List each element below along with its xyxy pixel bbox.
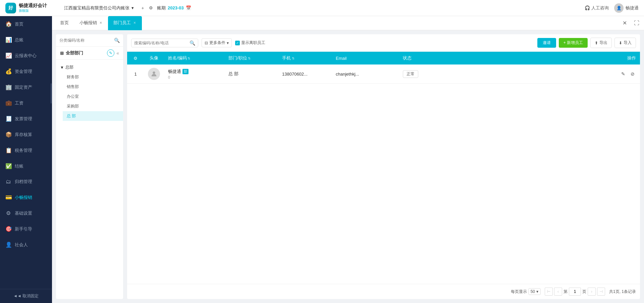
dept-item-finance[interactable]: 财务部 <box>63 72 123 82</box>
page-number-input[interactable] <box>569 288 581 296</box>
add-company-btn[interactable]: ＋ <box>141 5 145 11</box>
consult-btn[interactable]: 🎧 人工咨询 <box>585 5 609 11</box>
dept-search-icon[interactable]: 🔍 <box>114 38 120 43</box>
sidebar-item-reports[interactable]: 📈 云报表中心 <box>0 48 52 63</box>
page-size-chevron-icon: ▾ <box>536 289 538 294</box>
salary-icon: 💼 <box>5 100 11 106</box>
pagination-bar: 每页显示 50 ▾ ⊢ ‹ 第 页 › ⊣ <box>127 284 640 299</box>
show-resigned-checkbox[interactable]: ✓ <box>235 41 240 45</box>
edit-employee-btn[interactable]: ✎ <box>620 71 627 77</box>
svg-point-0 <box>153 72 155 74</box>
page-content: 🔍 ⊞ 全部部门 ✎ « ▼ 总部 <box>52 30 644 303</box>
top-bar-actions: 🎧 人工咨询 👤 畅捷通 <box>585 3 639 13</box>
cancel-fixed-label: ◄◄ 取消固定 <box>13 293 39 299</box>
th-name[interactable]: 姓名/编码 <box>164 52 224 64</box>
sidebar-item-social[interactable]: 👤 社会人 <box>0 237 52 253</box>
dept-item-purchase[interactable]: 采购部 <box>63 101 123 111</box>
sidebar-item-zhangzhang[interactable]: 📊 总账 <box>0 32 52 48</box>
employee-name: 畅捷通 <box>168 69 181 75</box>
archive-icon: 🗂 <box>5 179 11 185</box>
import-icon: ⬇ <box>619 41 622 45</box>
page-next-btn[interactable]: › <box>588 288 596 296</box>
user-area[interactable]: 👤 畅捷通 <box>614 3 639 13</box>
settings-btn[interactable]: ⚙ <box>149 5 153 10</box>
dept-item-sales[interactable]: 销售部 <box>63 82 123 92</box>
show-resigned-label[interactable]: ✓ 显示离职员工 <box>235 40 265 46</box>
employee-avatar <box>148 68 160 80</box>
tab-home[interactable]: 首页 <box>55 16 74 30</box>
tab-dept-emp-close[interactable]: × <box>133 20 137 26</box>
home-icon: 🏠 <box>5 21 11 27</box>
period-label: 账期 <box>157 5 166 11</box>
dept-item-general[interactable]: 总 部 <box>63 111 123 121</box>
dept-collapse-btn[interactable]: « <box>116 50 119 56</box>
company-dropdown-icon: ▾ <box>131 5 134 10</box>
dept-tree-parent-zongbu[interactable]: ▼ 总部 <box>56 62 123 72</box>
sidebar-item-guide[interactable]: 🎯 新手引导 <box>0 221 52 237</box>
th-gear[interactable]: ⚙ <box>127 52 144 64</box>
sidebar-item-inventory[interactable]: 📦 库存核算 <box>0 127 52 142</box>
th-avatar: 头像 <box>144 52 164 64</box>
page-prev-btn[interactable]: ‹ <box>554 288 562 296</box>
import-btn[interactable]: ⬇ 导入 <box>614 38 636 48</box>
th-email: Email <box>332 52 399 64</box>
sidebar-item-invoice[interactable]: 🧾 发票管理 <box>0 111 52 127</box>
company-name: 江西服宝精品有限责任公司内账张 <box>64 5 129 11</box>
th-dept[interactable]: 部门/职位 <box>224 52 278 64</box>
sidebar-item-settings[interactable]: ⚙ 基础设置 <box>0 205 52 221</box>
sidebar-label-salary: 工资 <box>15 100 23 106</box>
page-first-btn[interactable]: ⊢ <box>545 288 553 296</box>
sidebar-item-home[interactable]: 🏠 首页 <box>0 16 52 32</box>
dept-edit-btn[interactable]: ✎ <box>107 49 114 57</box>
show-resigned-text: 显示离职员工 <box>241 40 265 46</box>
tab-close-all-btn[interactable]: ✕ <box>620 18 629 28</box>
dept-search-input[interactable] <box>59 38 112 43</box>
logout-employee-btn[interactable]: ⊘ <box>629 71 636 77</box>
filter-btn[interactable]: ⊟ 更多条件 ▾ <box>202 38 232 47</box>
app-name: 畅捷通好会计 <box>19 3 47 8</box>
right-toolbar: 🔍 ⊟ 更多条件 ▾ ✓ 显示离职员工 邀请 + 新增员工 <box>127 34 640 52</box>
sidebar-label-invoice: 发票管理 <box>15 116 32 122</box>
tab-bar: 首页 小畅报销 × 部门员工 × ✕ ⛶ <box>52 16 644 30</box>
page-last-btn[interactable]: ⊣ <box>597 288 605 296</box>
add-employee-btn[interactable]: + 新增员工 <box>559 38 588 48</box>
tab-expand-btn[interactable]: ⛶ <box>632 18 641 28</box>
sidebar-item-assets[interactable]: 🏢 固定资产 <box>0 79 52 95</box>
sidebar-label-funds: 资金管理 <box>15 69 32 75</box>
export-label: 导出 <box>599 40 607 46</box>
employee-search-box: 🔍 <box>131 39 198 47</box>
row-phone: 138070602... <box>278 64 332 84</box>
collapse-arrow-down: ▼ <box>60 65 64 70</box>
sidebar-label-reports: 云报表中心 <box>15 53 37 59</box>
gear-settings-icon[interactable]: ⚙ <box>133 56 138 61</box>
sidebar-item-funds[interactable]: 💰 资金管理 <box>0 63 52 79</box>
company-selector[interactable]: 江西服宝精品有限责任公司内账张 ▾ <box>61 4 137 12</box>
employee-search-icon[interactable]: 🔍 <box>190 40 195 46</box>
tab-dept-emp[interactable]: 部门员工 × <box>108 16 142 30</box>
user-name: 畅捷通 <box>626 5 639 11</box>
sidebar-item-tax[interactable]: 📋 税务管理 <box>0 142 52 158</box>
sidebar-item-expense[interactable]: 💳 小畅报销 <box>0 189 52 205</box>
dept-item-office-label: 办公室 <box>67 94 79 99</box>
sidebar-item-archive[interactable]: 🗂 归档管理 <box>0 174 52 189</box>
page-size-dropdown[interactable]: 50 ▾ <box>528 288 541 295</box>
th-status: 状态 <box>399 52 439 64</box>
headset-icon: 🎧 <box>585 5 590 10</box>
tab-xiao-chang[interactable]: 小畅报销 × <box>74 16 108 30</box>
filter-label: 更多条件 <box>209 40 225 46</box>
employee-table: ⚙ 头像 姓名/编码 部门/职位 手机 Email 状态 操作 <box>127 52 640 84</box>
sidebar-item-salary[interactable]: 💼 工资 <box>0 95 52 111</box>
invite-btn[interactable]: 邀请 <box>537 38 556 48</box>
cancel-fixed-btn[interactable]: ◄◄ 取消固定 <box>0 289 52 303</box>
sidebar-label-zhangzhang: 总账 <box>15 37 23 43</box>
dept-item-office[interactable]: 办公室 <box>63 92 123 101</box>
sidebar-item-close[interactable]: ✅ 结账 <box>0 158 52 174</box>
funds-icon: 💰 <box>5 68 11 75</box>
export-btn[interactable]: ⬆ 导出 <box>590 38 612 48</box>
employee-search-input[interactable] <box>134 41 187 45</box>
th-phone[interactable]: 手机 <box>278 52 332 64</box>
table-header: ⚙ 头像 姓名/编码 部门/职位 手机 Email 状态 操作 <box>127 52 640 64</box>
tab-xiao-chang-close[interactable]: × <box>99 20 103 26</box>
calendar-icon[interactable]: 📅 <box>186 5 191 10</box>
filter-dropdown-icon: ▾ <box>227 41 229 45</box>
